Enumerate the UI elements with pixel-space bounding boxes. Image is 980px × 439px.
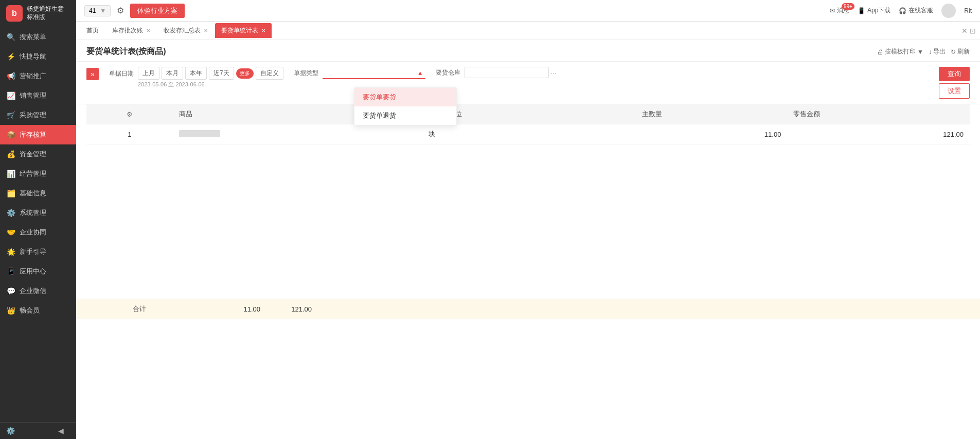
sidebar-icon-operations: 📊 — [6, 169, 15, 178]
industry-button[interactable]: 体验行业方案 — [130, 4, 185, 18]
sidebar-item-sales[interactable]: 📈 销售管理 — [0, 86, 76, 105]
topbar: 41 ▼ ⚙ 体验行业方案 ✉ 消息 99+ 📱 App下载 🎧 在线客服 Ri… — [76, 0, 980, 22]
sidebar-item-cooperation[interactable]: 🤝 企业协同 — [0, 223, 76, 242]
topbar-left: 41 ▼ ⚙ 体验行业方案 — [84, 4, 185, 18]
sidebar-item-system[interactable]: ⚙️ 系统管理 — [0, 203, 76, 223]
row-quantity: 11.00 — [636, 124, 787, 144]
sidebar-item-app-center[interactable]: 📱 应用中心 — [0, 262, 76, 281]
filter-bar: » 单据日期 上月 本月 本年 近7天 更多 自定义 2023-05-06 至 … — [76, 62, 980, 104]
sidebar-label-quick-nav: 快捷导航 — [20, 52, 46, 61]
app-download-button[interactable]: 📱 App下载 — [858, 6, 890, 15]
filter-dates: 上月 本月 本年 近7天 更多 自定义 2023-05-06 至 2023-06… — [138, 67, 283, 88]
refresh-button[interactable]: ↻ 刷新 — [951, 47, 970, 56]
sidebar-icon-guide: 🌟 — [6, 247, 15, 257]
sidebar-item-member[interactable]: 👑 畅会员 — [0, 301, 76, 320]
tab-label: 要货单统计表 — [221, 26, 258, 35]
tab-close-icon[interactable]: ✕ — [146, 28, 150, 33]
date-btn-custom[interactable]: 自定义 — [256, 67, 283, 80]
sidebar: b 畅捷通好生意 标准版 🔍 搜索菜单 ⚡ 快捷导航 📢 营销推广 📈 销售管理… — [0, 0, 76, 439]
tab-要货单统计表[interactable]: 要货单统计表✕ — [215, 23, 272, 38]
warehouse-more-icon[interactable]: ··· — [551, 69, 557, 77]
tabs-bar: 首页库存批次账✕收发存汇总表✕要货单统计表✕ ✕ ⊡ — [76, 22, 980, 40]
export-icon: ↓ — [929, 48, 932, 56]
date-filter-label: 单据日期 — [109, 67, 134, 78]
sidebar-icon-sales: 📈 — [6, 91, 15, 100]
filter-action-buttons: 查询 设置 — [939, 67, 970, 99]
tab-expand-window-button[interactable]: ⊡ — [970, 27, 976, 35]
sidebar-nav: 🔍 搜索菜单 ⚡ 快捷导航 📢 营销推广 📈 销售管理 🛒 采购管理 📦 库存核… — [0, 27, 76, 422]
filter-expand-button[interactable]: » — [86, 68, 99, 80]
sidebar-label-basic-info: 基础信息 — [20, 189, 46, 198]
collapse-icon[interactable]: ◀ — [58, 427, 64, 435]
tab-收发存汇总表[interactable]: 收发存汇总表✕ — [157, 23, 214, 38]
tab-close-window-button[interactable]: ✕ — [961, 27, 968, 35]
main-content: 41 ▼ ⚙ 体验行业方案 ✉ 消息 99+ 📱 App下载 🎧 在线客服 Ri… — [76, 0, 980, 439]
sidebar-item-basic-info[interactable]: 🗂️ 基础信息 — [0, 184, 76, 203]
app-logo-icon: b — [6, 5, 23, 22]
type-filter-arrow-icon[interactable]: ▲ — [417, 69, 423, 77]
sidebar-bottom: ⚙️ ◀ — [0, 422, 76, 439]
query-button[interactable]: 查询 — [939, 67, 970, 81]
notification-button[interactable]: ✉ 消息 99+ — [830, 6, 849, 15]
sidebar-item-inventory[interactable]: 📦 库存核算 — [0, 125, 76, 144]
table-settings-header[interactable]: ⚙ — [86, 104, 173, 124]
export-button[interactable]: ↓ 导出 — [929, 47, 946, 56]
sidebar-item-operations[interactable]: 📊 经营管理 — [0, 164, 76, 184]
topbar-gear-icon[interactable]: ⚙ — [117, 6, 124, 15]
sidebar-icon-search: 🔍 — [6, 32, 15, 42]
date-btn-7days[interactable]: 近7天 — [209, 67, 234, 80]
tab-close-icon[interactable]: ✕ — [204, 28, 208, 33]
sidebar-item-weixin[interactable]: 💬 企业微信 — [0, 281, 76, 301]
tab-label: 收发存汇总表 — [164, 26, 201, 35]
settings-icon[interactable]: ⚙️ — [6, 427, 15, 435]
print-arrow-icon: ▼ — [917, 48, 923, 56]
type-filter-select[interactable]: ▲ — [323, 67, 425, 79]
date-btn-this-year[interactable]: 本年 — [185, 67, 207, 80]
tab-首页[interactable]: 首页 — [80, 23, 105, 38]
type-filter-input[interactable] — [323, 67, 425, 79]
sidebar-label-app-center: 应用中心 — [20, 267, 46, 276]
store-value: 41 — [89, 7, 96, 14]
sidebar-icon-weixin: 💬 — [6, 286, 15, 296]
tab-库存批次账[interactable]: 库存批次账✕ — [106, 23, 156, 38]
app-download-icon: 📱 — [858, 7, 865, 14]
user-avatar[interactable] — [941, 4, 956, 18]
sidebar-item-search[interactable]: 🔍 搜索菜单 — [0, 27, 76, 47]
tab-close-icon[interactable]: ✕ — [261, 28, 265, 33]
col-header-quantity: 主数量 — [636, 104, 787, 124]
dropdown-option[interactable]: 要货单要货 — [354, 88, 456, 106]
tab-window-controls: ✕ ⊡ — [961, 27, 976, 35]
online-service-button[interactable]: 🎧 在线客服 — [899, 6, 933, 15]
sidebar-label-guide: 新手引导 — [20, 247, 46, 257]
sidebar-item-marketing[interactable]: 📢 营销推广 — [0, 66, 76, 86]
sidebar-item-quick-nav[interactable]: ⚡ 快捷导航 — [0, 47, 76, 66]
page-actions: 🖨 按模板打印 ▼ ↓ 导出 ↻ 刷新 — [877, 47, 970, 56]
topbar-right: ✉ 消息 99+ 📱 App下载 🎧 在线客服 Rit — [830, 4, 972, 18]
col-header-amount: 零售金额 — [787, 104, 970, 124]
print-button[interactable]: 🖨 按模板打印 ▼ — [877, 47, 923, 56]
date-btn-this-month[interactable]: 本月 — [162, 67, 183, 80]
sidebar-label-system: 系统管理 — [20, 208, 46, 217]
sidebar-icon-basic-info: 🗂️ — [6, 189, 15, 198]
data-table: ⚙ 商品 主计量单位 主数量 零售金额 1 块 11.00 121.00 — [86, 104, 970, 144]
sidebar-icon-finance: 💰 — [6, 150, 15, 159]
date-btn-last-month[interactable]: 上月 — [138, 67, 159, 80]
sidebar-item-guide[interactable]: 🌟 新手引导 — [0, 242, 76, 262]
type-filter-group: 单据类型 ▲ — [294, 67, 425, 79]
warehouse-filter-input[interactable] — [465, 67, 549, 78]
row-amount: 121.00 — [787, 124, 970, 144]
store-selector[interactable]: 41 ▼ — [84, 5, 111, 16]
sidebar-label-finance: 资金管理 — [20, 150, 46, 159]
table-row: 1 块 11.00 121.00 — [86, 124, 970, 144]
type-filter-label: 单据类型 — [294, 69, 318, 78]
headset-icon: 🎧 — [899, 7, 906, 14]
sidebar-item-finance[interactable]: 💰 资金管理 — [0, 144, 76, 164]
date-btn-more[interactable]: 更多 — [236, 68, 254, 79]
sidebar-item-purchase[interactable]: 🛒 采购管理 — [0, 105, 76, 125]
date-buttons-row: 上月 本月 本年 近7天 更多 自定义 — [138, 67, 283, 80]
settings-button[interactable]: 设置 — [939, 83, 970, 99]
dropdown-option[interactable]: 要货单退货 — [354, 106, 456, 125]
page-header: 要货单统计表(按商品) 🖨 按模板打印 ▼ ↓ 导出 ↻ 刷新 — [76, 40, 980, 62]
notification-badge: 99+ — [842, 3, 854, 10]
sidebar-label-cooperation: 企业协同 — [20, 228, 46, 237]
